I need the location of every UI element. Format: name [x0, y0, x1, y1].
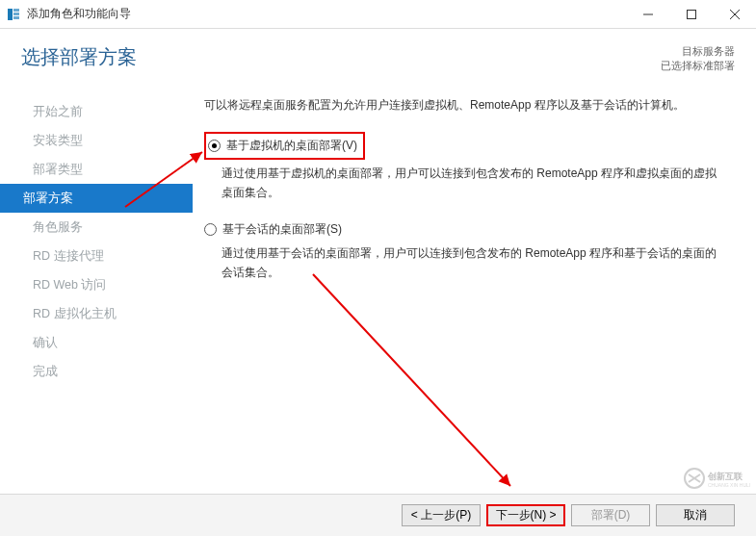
- page-header: 选择部署方案 目标服务器 已选择标准部署: [0, 29, 756, 80]
- close-button[interactable]: [713, 0, 756, 29]
- radio-option-session[interactable]: 基于会话的桌面部署(S): [204, 219, 727, 239]
- prev-button[interactable]: < 上一步(P): [402, 504, 481, 526]
- target-info: 目标服务器 已选择标准部署: [661, 44, 735, 74]
- sidebar-item-deploy-type[interactable]: 部署类型: [0, 155, 193, 184]
- maximize-button[interactable]: [669, 0, 713, 29]
- sidebar-item-role-services[interactable]: 角色服务: [0, 213, 193, 242]
- sidebar-item-label: RD 连接代理: [33, 249, 104, 263]
- radio-option-vm-desc: 通过使用基于虚拟机的桌面部署，用户可以连接到包含发布的 RemoteApp 程序…: [222, 164, 727, 203]
- content-intro: 可以将远程桌面服务配置为允许用户连接到虚拟机、RemoteApp 程序以及基于会…: [204, 95, 727, 115]
- sidebar-item-confirm[interactable]: 确认: [0, 328, 193, 357]
- svg-rect-3: [13, 16, 19, 19]
- sidebar-item-rd-conn-broker[interactable]: RD 连接代理: [0, 242, 193, 270]
- svg-rect-0: [8, 9, 13, 20]
- radio-label: 基于虚拟机的桌面部署(V): [226, 136, 357, 155]
- window-titlebar: 添加角色和功能向导: [0, 0, 756, 29]
- sidebar-item-label: 开始之前: [33, 105, 83, 118]
- radio-icon: [204, 223, 217, 236]
- app-icon: [6, 7, 21, 22]
- svg-text:创新互联: 创新互联: [707, 472, 743, 481]
- radio-option-vm[interactable]: 基于虚拟机的桌面部署(V): [204, 132, 365, 159]
- window-body: 选择部署方案 目标服务器 已选择标准部署 开始之前 安装类型 部署类型 部署方案…: [0, 29, 756, 536]
- sidebar-item-install-type[interactable]: 安装类型: [0, 126, 193, 155]
- sidebar-item-label: 部署类型: [33, 163, 83, 176]
- sidebar-item-rd-web-access[interactable]: RD Web 访问: [0, 270, 193, 299]
- sidebar-item-deploy-plan[interactable]: 部署方案: [0, 184, 193, 213]
- radio-option-session-desc: 通过使用基于会话的桌面部署，用户可以连接到包含发布的 RemoteApp 程序和…: [222, 243, 727, 283]
- cancel-button[interactable]: 取消: [656, 504, 735, 526]
- target-label: 目标服务器: [661, 44, 735, 59]
- wizard-content: 可以将远程桌面服务配置为允许用户连接到虚拟机、RemoteApp 程序以及基于会…: [193, 91, 756, 494]
- wizard-sidebar: 开始之前 安装类型 部署类型 部署方案 角色服务 RD 连接代理 RD Web …: [0, 91, 193, 494]
- sidebar-item-rd-virt-host[interactable]: RD 虚拟化主机: [0, 299, 193, 328]
- sidebar-item-label: 部署方案: [23, 191, 73, 205]
- body-row: 开始之前 安装类型 部署类型 部署方案 角色服务 RD 连接代理 RD Web …: [0, 80, 756, 494]
- sidebar-item-complete[interactable]: 完成: [0, 357, 193, 386]
- radio-label: 基于会话的桌面部署(S): [222, 219, 342, 239]
- window-controls: [626, 0, 756, 29]
- watermark: 创新互联 CHUANG XIN HULIAN: [683, 466, 750, 494]
- radio-icon: [208, 140, 221, 152]
- sidebar-item-label: 确认: [33, 336, 58, 349]
- deploy-button[interactable]: 部署(D): [571, 504, 650, 526]
- svg-rect-1: [13, 9, 19, 12]
- svg-text:CHUANG XIN HULIAN: CHUANG XIN HULIAN: [708, 482, 750, 488]
- wizard-footer: < 上一步(P) 下一步(N) > 部署(D) 取消: [0, 494, 756, 536]
- svg-rect-2: [13, 13, 19, 15]
- sidebar-item-label: RD 虚拟化主机: [33, 307, 117, 320]
- window-title: 添加角色和功能向导: [27, 6, 626, 22]
- minimize-button[interactable]: [626, 0, 669, 29]
- svg-rect-5: [687, 10, 695, 18]
- sidebar-item-label: 角色服务: [33, 220, 83, 234]
- sidebar-item-label: RD Web 访问: [33, 278, 106, 292]
- target-sub: 已选择标准部署: [661, 59, 735, 73]
- next-button[interactable]: 下一步(N) >: [486, 504, 565, 526]
- page-title: 选择部署方案: [21, 44, 661, 70]
- sidebar-item-before-you-begin[interactable]: 开始之前: [0, 97, 193, 126]
- sidebar-item-label: 安装类型: [33, 134, 83, 147]
- sidebar-item-label: 完成: [33, 365, 58, 378]
